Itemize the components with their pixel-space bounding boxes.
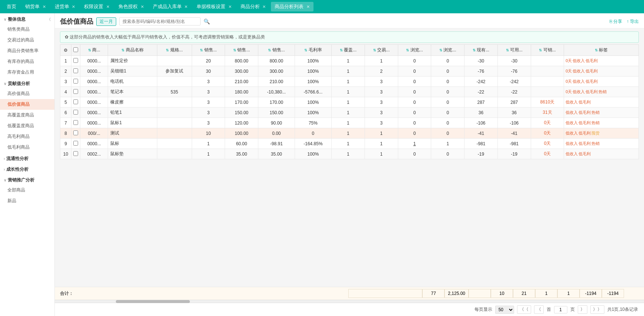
sidebar-item-all-products[interactable]: 全部商品	[0, 185, 54, 196]
collapse-icon[interactable]: 《	[47, 17, 51, 22]
row-saleable: 0天	[531, 118, 564, 128]
row-saleable: 0天	[531, 149, 564, 159]
col-saleable[interactable]: ⇅ 可销...	[531, 45, 564, 56]
row-select[interactable]	[73, 151, 78, 156]
col-sales-amt[interactable]: ⇅ 销售...	[225, 45, 258, 56]
data-table-container[interactable]: ⚙ ⇅ 商... ⇅ 商品名称 ⇅ 规格... ⇅ 销售... ⇅ 销售... …	[55, 44, 644, 287]
row-checkbox[interactable]	[71, 118, 80, 128]
sidebar-item-low-coverage[interactable]: 低覆盖度商品	[0, 120, 54, 131]
nav-permissions[interactable]: 权限设置 ✕	[80, 2, 113, 11]
tag: 低毛利	[578, 131, 591, 135]
nav-product-stock[interactable]: 产成品入库单 ✕	[149, 2, 192, 11]
row-sales-other: 0.00	[258, 128, 295, 139]
row-select[interactable]	[73, 141, 78, 146]
row-select[interactable]	[73, 99, 78, 104]
col-tags[interactable]: ⇅ 标签	[564, 45, 639, 56]
col-available[interactable]: ⇅ 可用...	[497, 45, 531, 56]
export-button[interactable]: ↑ 导出	[627, 18, 639, 25]
nav-roles[interactable]: 角色授权 ✕	[115, 2, 148, 11]
row-checkbox[interactable]	[71, 56, 80, 66]
search-icon[interactable]: 🔍	[204, 18, 210, 24]
sidebar-group-overall[interactable]: ∨ 整体信息 《	[0, 13, 54, 24]
per-page-select[interactable]: 50 100	[495, 306, 514, 314]
row-checkbox[interactable]	[71, 87, 80, 97]
col-spec[interactable]: ⇅ 规格...	[157, 45, 192, 56]
col-view2[interactable]: ⇅ 浏览...	[431, 45, 464, 56]
row-view2: 0	[431, 149, 464, 159]
close-sales-icon[interactable]: ✕	[43, 4, 46, 9]
tag: 低毛利	[586, 69, 598, 73]
sidebar-item-low-margin[interactable]: 低毛利商品	[0, 142, 54, 153]
scroll-thumb[interactable]	[116, 300, 190, 303]
row-select[interactable]	[73, 79, 78, 84]
row-checkbox[interactable]	[71, 149, 80, 159]
close-template-icon[interactable]: ✕	[228, 4, 232, 9]
search-input[interactable]	[119, 17, 201, 26]
sidebar-item-high-value[interactable]: 高价值商品	[0, 88, 54, 99]
sidebar-item-high-margin[interactable]: 高毛利商品	[0, 131, 54, 142]
share-button[interactable]: ⎘ 分享	[610, 18, 622, 25]
sidebar-group-contribution[interactable]: ∨ 贡献值分析	[0, 78, 54, 88]
sidebar-item-new-products[interactable]: 新品	[0, 196, 54, 206]
col-settings[interactable]: ⚙	[60, 45, 71, 56]
page-number-input[interactable]	[554, 306, 567, 313]
row-select[interactable]	[73, 58, 78, 63]
row-checkbox[interactable]	[71, 77, 80, 87]
close-analysis-icon[interactable]: ✕	[262, 4, 266, 9]
next-page-button[interactable]: 〉	[578, 305, 587, 314]
sidebar-item-category-rate[interactable]: 商品分类销售率	[0, 45, 54, 56]
row-select[interactable]	[73, 130, 78, 135]
row-gross-rate: 100%	[295, 108, 332, 118]
col-gross-rate[interactable]: ⇅ 毛利率	[295, 45, 332, 56]
select-all-checkbox[interactable]	[73, 47, 78, 52]
row-select[interactable]	[73, 89, 78, 94]
row-checkbox[interactable]	[71, 97, 80, 108]
row-select[interactable]	[73, 120, 78, 125]
row-saleable: 31天	[531, 108, 564, 118]
sidebar-item-high-coverage[interactable]: 高覆盖度商品	[0, 110, 54, 120]
sidebar-item-traded[interactable]: 交易过的商品	[0, 35, 54, 45]
col-trade[interactable]: ⇅ 交易...	[365, 45, 398, 56]
sidebar-item-sales-products[interactable]: 销售类商品	[0, 24, 54, 35]
first-page-button[interactable]: 〈〈	[517, 305, 531, 314]
nav-sales[interactable]: 销货单 ✕	[21, 2, 50, 11]
sidebar-item-low-value[interactable]: 低价值商品	[0, 99, 54, 110]
table-header-row: ⚙ ⇅ 商... ⇅ 商品名称 ⇅ 规格... ⇅ 销售... ⇅ 销售... …	[60, 45, 639, 56]
last-page-button[interactable]: 〉〉	[590, 305, 604, 314]
nav-purchase[interactable]: 进货单 ✕	[51, 2, 79, 11]
col-coverage[interactable]: ⇅ 覆盖...	[332, 45, 365, 56]
row-checkbox[interactable]	[71, 128, 80, 139]
col-view1[interactable]: ⇅ 浏览...	[398, 45, 431, 56]
sidebar-item-stock-products[interactable]: 有库存的商品	[0, 56, 54, 67]
nav-analysis-list[interactable]: 商品分析列表 ✕	[271, 2, 313, 11]
row-select[interactable]	[73, 68, 78, 73]
col-sales-other[interactable]: ⇅ 销售...	[258, 45, 295, 56]
sidebar-group-circulation[interactable]: › 流通性分析	[0, 153, 54, 163]
prev-page-button[interactable]: 〈	[534, 305, 544, 314]
row-code: 0000...	[80, 97, 108, 108]
close-purchase-icon[interactable]: ✕	[72, 4, 75, 9]
col-code[interactable]: ⇅ 商...	[80, 45, 108, 56]
row-tags: 低收入低毛利热销	[564, 139, 639, 149]
col-sales-qty[interactable]: ⇅ 销售...	[192, 45, 225, 56]
row-view1: 0	[398, 77, 431, 87]
nav-analysis[interactable]: 商品分析 ✕	[237, 2, 270, 11]
nav-template[interactable]: 单据模板设置 ✕	[193, 2, 235, 11]
nav-home[interactable]: 首页	[3, 2, 20, 11]
row-checkbox[interactable]	[71, 139, 80, 149]
close-roles-icon[interactable]: ✕	[141, 4, 144, 9]
col-current[interactable]: ⇅ 现有...	[464, 45, 498, 56]
sidebar-group-marketing-label: 营销推广分析	[8, 177, 34, 183]
sidebar-item-capital[interactable]: 库存资金占用	[0, 67, 54, 78]
row-select[interactable]	[73, 110, 78, 115]
horizontal-scrollbar[interactable]	[55, 300, 644, 303]
sidebar-group-growth[interactable]: › 成长性分析	[0, 163, 54, 174]
sidebar-group-marketing[interactable]: ∨ 营销推广分析	[0, 174, 54, 185]
col-name[interactable]: ⇅ 商品名称	[108, 45, 157, 56]
close-permissions-icon[interactable]: ✕	[106, 4, 110, 9]
row-checkbox[interactable]	[71, 66, 80, 77]
row-checkbox[interactable]	[71, 108, 80, 118]
close-analysis-list-icon[interactable]: ✕	[306, 4, 310, 9]
close-product-stock-icon[interactable]: ✕	[184, 4, 188, 9]
period-button[interactable]: 近一月	[96, 17, 116, 26]
